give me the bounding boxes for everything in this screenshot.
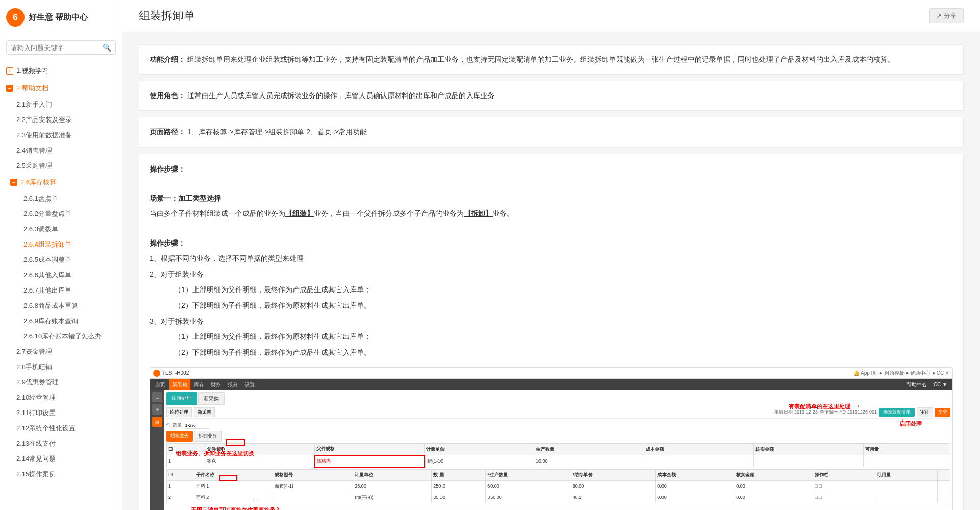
step2: 2、对于组装业务 bbox=[150, 268, 953, 281]
sidebar-item-video[interactable]: + 1.视频学习 bbox=[0, 62, 122, 80]
menu-purchase[interactable]: 新采购 bbox=[169, 379, 190, 391]
cell-b-avail bbox=[875, 492, 938, 503]
sidebar-item-operation[interactable]: 2.10经营管理 bbox=[0, 390, 122, 405]
share-button[interactable]: ↗ 分享 bbox=[929, 8, 964, 23]
sidebar-label-inventory: 2.6库存核算 bbox=[20, 178, 56, 187]
ann-box-lower bbox=[219, 475, 237, 481]
tab-disassemble[interactable]: 拆卸业务 bbox=[194, 431, 222, 442]
cell-a-real: 0.00 bbox=[734, 480, 813, 492]
sidebar-item-install[interactable]: 2.2产品安装及登录 bbox=[0, 112, 122, 128]
cell-a-qty: 250.0 bbox=[432, 480, 486, 492]
app-menu-bar: 自页 新采购 库存 财务 报分 设置 帮助中心 CC ▼ bbox=[150, 379, 952, 390]
sidebar-item-sales[interactable]: 2.4销售管理 bbox=[0, 143, 122, 158]
sidebar-item-system[interactable]: 2.12系统个性化设置 bbox=[0, 421, 122, 436]
sidebar-item-coupon[interactable]: 2.9优惠券管理 bbox=[0, 375, 122, 390]
tab-assembly[interactable]: 库待处理 bbox=[166, 392, 197, 405]
col-count: 生产数量 bbox=[534, 444, 644, 455]
sidebar-item-inventory-split[interactable]: 2.6.2分量盘点单 bbox=[0, 206, 122, 222]
col-child-subtotal: *生产数量 bbox=[486, 469, 571, 480]
sidebar-icon1: ☰ bbox=[152, 392, 162, 402]
search-input[interactable] bbox=[11, 44, 103, 52]
sidebar-label-video: 1.视频学习 bbox=[16, 66, 48, 76]
sidebar-item-inventory-adjust[interactable]: 2.6.3调拨单 bbox=[0, 222, 122, 237]
sub-nav-docs: 2.1新手入门 2.2产品安装及登录 2.3使用前数据准备 2.4销售管理 2.… bbox=[0, 97, 122, 482]
sidebar-item-other-in[interactable]: 2.6.6其他入库单 bbox=[0, 268, 122, 283]
sidebar-item-purchase[interactable]: 2.5采购管理 bbox=[0, 158, 122, 174]
menu-inventory[interactable]: 库存 bbox=[191, 379, 207, 391]
lower-table: ☐ 子件名称 规格型号 计量单位 数 量 *生产数量 *结存单价 成本金额 核实 bbox=[166, 469, 950, 510]
btn-save[interactable]: 新采购 bbox=[194, 407, 215, 417]
sidebar-item-inventory[interactable]: − 2.6库存核算 bbox=[0, 174, 122, 191]
tab-new[interactable]: 新采购 bbox=[198, 392, 225, 405]
annotation-1: 有装配清单的在这里处理 → bbox=[787, 399, 861, 413]
menu-settings[interactable]: 设置 bbox=[241, 379, 258, 391]
menu-home[interactable]: 自页 bbox=[152, 379, 168, 391]
cell-a-item: 面料 1 bbox=[194, 480, 273, 492]
sidebar-item-print[interactable]: 2.11打印设置 bbox=[0, 405, 122, 421]
app-screenshot: TEST-H002 🔔 AppT旺 ● 创始模板 ● 帮助中心 ● CC ✕ 自… bbox=[150, 368, 952, 510]
sidebar-item-faq[interactable]: 2.14常见问题 bbox=[0, 451, 122, 467]
page-title: 组装拆卸单 bbox=[139, 8, 195, 23]
intro-text: 组装拆卸单用来处理企业组装或拆卸等加工业务，支持有固定装配清单的产品加工业务，也… bbox=[187, 55, 895, 63]
search-box: 🔍 bbox=[6, 40, 116, 55]
upper-table: ☐ 父件名称 父件规格 计量单位 生产数量 成本金额 核实金额 可用量 bbox=[166, 443, 950, 467]
step1: 1、根据不同的业务，选择不同单据的类型来处理 bbox=[150, 252, 953, 265]
role-block: 使用角色： 通常由生产人员或库管人员完成拆装业务的操作，库管人员确认原材料的出库… bbox=[139, 81, 964, 111]
nav-section: + 1.视频学习 − 2.帮助文档 2.1新手入门 2.2产品安装及登录 2.3… bbox=[0, 60, 122, 484]
col-child-real: 核实金额 bbox=[734, 469, 813, 480]
app-topbar-icons: 🔔 AppT旺 ● 创始模板 ● 帮助中心 ● CC ✕ bbox=[853, 368, 949, 378]
btn-new-order[interactable]: 库待处理 bbox=[166, 407, 192, 417]
step3: 3、对于拆装业务 bbox=[150, 314, 953, 328]
screenshot-container: TEST-H002 🔔 AppT旺 ● 创始模板 ● 帮助中心 ● CC ✕ 自… bbox=[150, 367, 953, 510]
sidebar-item-inventory-error[interactable]: 2.6.10库存账本错了怎么办 bbox=[0, 329, 122, 344]
sidebar-item-goods-cost[interactable]: 2.6.8商品成本重算 bbox=[0, 298, 122, 313]
col-parent-spec: 父件规格 bbox=[315, 444, 425, 455]
cell-b-amount: 0.00 bbox=[656, 492, 734, 503]
menu-user[interactable]: CC ▼ bbox=[930, 379, 950, 391]
sidebar-item-assembly[interactable]: 2.6.4组装拆卸单 bbox=[0, 237, 122, 252]
sidebar-item-inventory-query[interactable]: 2.6.9库存账本查询 bbox=[0, 313, 122, 329]
cell-b-unit: (m(平/4)) bbox=[353, 492, 432, 503]
role-label: 使用角色： bbox=[150, 91, 185, 100]
btn-select-assembly[interactable]: 选择装配清单 bbox=[879, 408, 915, 417]
cell-cost bbox=[644, 455, 754, 467]
cell-a-extra bbox=[937, 480, 950, 492]
sidebar-item-mobile[interactable]: 2.8手机旺铺 bbox=[0, 359, 122, 375]
cell-b-cost: 48.1 bbox=[571, 492, 656, 503]
btn-audit[interactable]: 审计 bbox=[917, 407, 933, 417]
tab-assemble[interactable]: 组装业务 bbox=[166, 431, 193, 442]
content-area: 功能介绍： 组装拆卸单用来处理企业组装或拆卸等加工业务，支持有固定装配清单的产品… bbox=[122, 32, 980, 510]
table-row-c bbox=[167, 503, 950, 509]
sidebar-item-cost-adjust[interactable]: 2.6.5成本调整单 bbox=[0, 252, 122, 268]
share-icon: ↗ bbox=[936, 12, 942, 20]
col-child-cost: *结存单价 bbox=[571, 469, 656, 480]
sidebar-item-cases[interactable]: 2.15操作案例 bbox=[0, 467, 122, 482]
cell-a-check: 1 bbox=[167, 480, 194, 492]
input-qty[interactable] bbox=[185, 422, 210, 429]
cell-unit: f码(1-10 bbox=[425, 455, 534, 467]
search-icon[interactable]: 🔍 bbox=[103, 43, 111, 52]
cell-a-avail bbox=[875, 480, 938, 492]
assembly-type-tabs: 组装业务 拆卸业务 bbox=[166, 431, 950, 442]
cell-a-amount: 0.00 bbox=[656, 480, 734, 492]
sidebar-item-other-out[interactable]: 2.6.7其他出库单 bbox=[0, 283, 122, 298]
menu-finance[interactable]: 财务 bbox=[208, 379, 224, 391]
sidebar-item-finance[interactable]: 2.7资金管理 bbox=[0, 344, 122, 359]
btn-submit[interactable]: 提交 bbox=[935, 408, 950, 417]
sidebar-item-data-prep[interactable]: 2.3使用前数据准备 bbox=[0, 128, 122, 143]
sidebar-item-docs[interactable]: − 2.帮助文档 bbox=[0, 80, 122, 97]
sidebar-item-newcomer[interactable]: 2.1新手入门 bbox=[0, 97, 122, 112]
sidebar-item-inventory-check[interactable]: 2.6.1盘点单 bbox=[0, 191, 122, 206]
scene1-desc: 当由多个子件材料组装成一个成品的业务为【组装】业务，当由一个父件拆分成多个子产品… bbox=[150, 207, 953, 221]
ops-steps-title: 操作步骤： bbox=[150, 236, 953, 250]
logo-area: 6 好生意 帮助中心 bbox=[0, 0, 122, 35]
col-cost: 成本金额 bbox=[644, 444, 754, 455]
role-text: 通常由生产人员或库管人员完成拆装业务的操作，库管人员确认原材料的出库和产成品的入… bbox=[187, 91, 495, 100]
menu-help[interactable]: 帮助中心 bbox=[903, 379, 930, 391]
sidebar-item-payment[interactable]: 2.13在线支付 bbox=[0, 436, 122, 451]
menu-report[interactable]: 报分 bbox=[225, 379, 241, 391]
step3-1: （1）上部明细为父件明细，最终作为原材料生成其它出库单； bbox=[150, 330, 953, 344]
step2-2: （2）下部明细为子件明细，最终作为原材料生成其它出库单。 bbox=[150, 299, 953, 312]
main-header: 组装拆卸单 ↗ 分享 bbox=[122, 0, 980, 32]
col-total-cost: 核实金额 bbox=[754, 444, 864, 455]
